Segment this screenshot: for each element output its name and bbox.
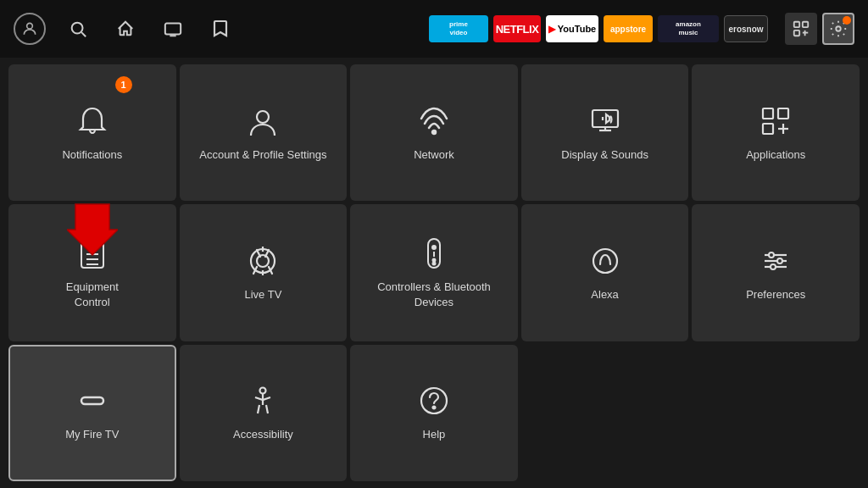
topbar-apps: primevideo NETFLIX ▶YouTube appstore ama… (429, 15, 768, 42)
alexa-label: Alexa (584, 287, 626, 302)
primevideo-app[interactable]: primevideo (429, 15, 488, 42)
topbar: primevideo NETFLIX ▶YouTube appstore ama… (0, 0, 868, 58)
svg-point-29 (257, 255, 269, 267)
network-label: Network (407, 147, 461, 163)
svg-rect-7 (794, 30, 799, 36)
settings-grid: 1 Notifications Account & Profile Settin… (0, 58, 868, 488)
svg-line-2 (81, 32, 86, 36)
grid-item-my-fire-tv[interactable]: My Fire TV (8, 345, 176, 481)
account-label: Account & Profile Settings (192, 147, 333, 163)
grid-item-network[interactable]: Network (350, 64, 518, 201)
grid-apps-icon[interactable] (785, 13, 817, 45)
notifications-label: Notifications (55, 147, 129, 163)
grid-item-live-tv[interactable]: Live TV (180, 204, 348, 341)
equipment-control-label: EquipmentControl (59, 280, 125, 310)
amazonmusic-app[interactable]: amazonmusic (658, 15, 719, 42)
svg-rect-18 (778, 108, 788, 119)
svg-rect-19 (763, 124, 773, 134)
orange-dot (843, 16, 851, 25)
youtube-app[interactable]: ▶YouTube (546, 15, 598, 42)
grid-item-alexa[interactable]: Alexa (521, 204, 689, 341)
grid-item-notifications[interactable]: 1 Notifications (8, 64, 176, 201)
svg-rect-5 (794, 22, 799, 27)
grid-item-applications[interactable]: Applications (692, 64, 860, 201)
svg-rect-6 (803, 22, 808, 27)
applications-label: Applications (739, 147, 812, 163)
svg-point-1 (72, 23, 83, 34)
grid-item-account[interactable]: Account & Profile Settings (180, 64, 348, 201)
svg-point-48 (432, 407, 435, 409)
grid-item-help[interactable]: Help (350, 345, 518, 481)
svg-point-41 (769, 252, 774, 258)
controllers-label: Controllers & Bluetooth Devices (350, 280, 518, 310)
topbar-right (785, 13, 854, 45)
empty-cell-1 (521, 345, 689, 481)
svg-rect-44 (81, 397, 103, 404)
my-fire-tv-label: My Fire TV (58, 427, 125, 442)
avatar[interactable] (14, 13, 46, 45)
svg-point-12 (432, 130, 436, 134)
grid-item-equipment-control[interactable]: EquipmentControl (8, 204, 176, 341)
appstore-app[interactable]: appstore (604, 15, 653, 42)
svg-point-45 (260, 388, 266, 394)
tv-icon[interactable] (158, 14, 188, 44)
gear-icon[interactable] (822, 13, 854, 45)
grid-item-controllers[interactable]: Controllers & Bluetooth Devices (350, 204, 518, 341)
svg-point-43 (771, 264, 776, 269)
display-sounds-label: Display & Sounds (554, 147, 655, 163)
preferences-label: Preferences (739, 287, 812, 302)
svg-point-10 (836, 26, 841, 31)
accessibility-label: Accessibility (226, 427, 300, 442)
svg-point-28 (251, 249, 275, 273)
search-icon[interactable] (63, 14, 93, 44)
svg-point-36 (432, 262, 435, 264)
svg-point-33 (432, 246, 436, 249)
bookmark-icon[interactable] (205, 14, 236, 44)
home-icon[interactable] (110, 14, 141, 44)
svg-point-24 (89, 242, 96, 249)
live-tv-label: Live TV (237, 287, 288, 302)
empty-cell-2 (692, 345, 860, 481)
erosnow-app[interactable]: erosnow (724, 15, 768, 42)
svg-rect-17 (763, 108, 773, 119)
notification-badge: 1 (115, 76, 132, 93)
svg-point-42 (777, 258, 782, 263)
svg-point-37 (593, 249, 617, 273)
svg-point-35 (432, 258, 435, 261)
svg-rect-3 (165, 24, 181, 35)
grid-item-display-sounds[interactable]: Display & Sounds (521, 64, 689, 201)
netflix-app[interactable]: NETFLIX (493, 15, 541, 42)
svg-point-11 (257, 111, 269, 123)
grid-item-preferences[interactable]: Preferences (692, 204, 860, 341)
svg-point-0 (27, 23, 33, 29)
help-label: Help (416, 427, 453, 442)
grid-item-accessibility[interactable]: Accessibility (180, 345, 348, 481)
